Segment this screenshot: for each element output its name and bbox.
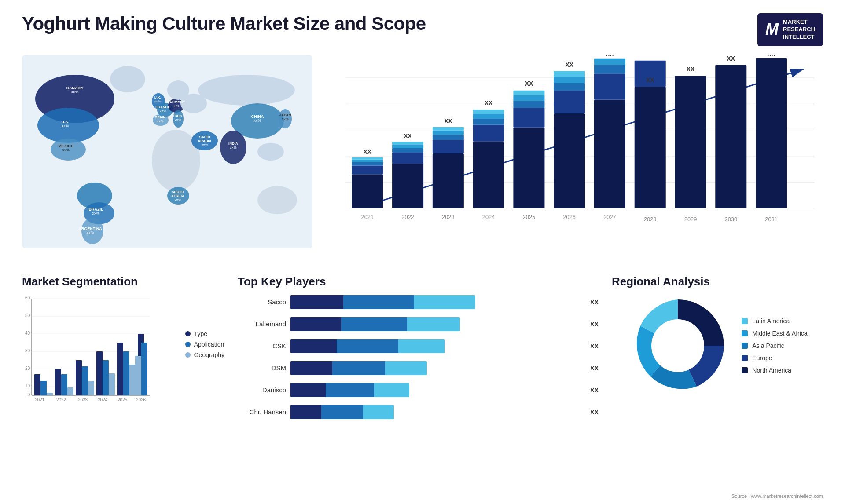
svg-rect-120: [756, 58, 787, 208]
svg-text:XX: XX: [525, 80, 533, 87]
svg-rect-73: [392, 148, 423, 153]
asia-pacific-color: [742, 343, 748, 349]
legend-type: Type: [185, 330, 224, 337]
header: Yoghurt Making Culture Market Size and S…: [22, 13, 823, 46]
svg-text:SAUDI: SAUDI: [199, 135, 210, 139]
svg-text:XX: XX: [364, 148, 372, 155]
europe-color: [742, 355, 748, 361]
latin-america-color: [742, 318, 748, 324]
north-america-label: North America: [752, 367, 791, 374]
player-danisco: Danisco XX: [238, 383, 599, 397]
svg-text:SOUTH: SOUTH: [172, 190, 184, 194]
svg-rect-81: [433, 130, 464, 135]
svg-text:2031: 2031: [765, 216, 778, 223]
svg-text:ITALY: ITALY: [173, 114, 183, 118]
svg-rect-102: [554, 77, 585, 83]
svg-rect-153: [123, 351, 129, 395]
svg-rect-66: [352, 162, 383, 165]
svg-text:2025: 2025: [118, 398, 128, 401]
svg-text:2024: 2024: [482, 214, 495, 220]
svg-text:xx%: xx%: [230, 146, 236, 150]
svg-text:U.K.: U.K.: [154, 95, 161, 99]
svg-rect-82: [433, 127, 464, 130]
svg-text:2025: 2025: [523, 214, 536, 220]
players-section: Top Key Players Sacco XX: [238, 275, 599, 427]
geography-color: [185, 352, 191, 358]
application-label: Application: [194, 341, 224, 348]
svg-rect-116: [635, 87, 666, 208]
svg-point-18: [198, 75, 295, 106]
svg-rect-119: [715, 65, 746, 208]
svg-text:xx%: xx%: [62, 148, 70, 152]
player-bar-hansen: [290, 405, 394, 419]
latin-america-label: Latin America: [752, 318, 790, 325]
player-val-sacco: XX: [590, 299, 599, 306]
type-label: Type: [194, 330, 207, 337]
svg-rect-80: [433, 135, 464, 140]
middle-east-label: Middle East & Africa: [752, 330, 807, 337]
legend-application: Application: [185, 341, 224, 348]
svg-rect-93: [513, 108, 544, 127]
svg-rect-87: [473, 119, 504, 125]
svg-text:xx%: xx%: [86, 230, 94, 235]
svg-point-165: [651, 319, 704, 372]
svg-text:2023: 2023: [78, 398, 88, 401]
svg-text:xx%: xx%: [254, 118, 261, 123]
svg-text:60: 60: [25, 296, 30, 300]
svg-rect-108: [594, 65, 625, 73]
svg-text:XX: XX: [444, 117, 452, 124]
player-bar-sacco: [290, 295, 475, 309]
regional-section: Regional Analysis: [612, 275, 823, 427]
source-text: Source : www.marketresearchintellect.com: [731, 493, 823, 499]
player-name-csk: CSK: [238, 342, 286, 350]
svg-text:2023: 2023: [442, 214, 455, 220]
application-color: [185, 342, 191, 347]
player-sacco: Sacco XX: [238, 295, 599, 309]
player-val-danisco: XX: [590, 387, 599, 394]
svg-rect-68: [352, 157, 383, 159]
player-val-csk: XX: [590, 343, 599, 350]
svg-text:xx%: xx%: [174, 198, 181, 202]
svg-rect-106: [594, 99, 625, 208]
svg-text:xx%: xx%: [92, 211, 99, 215]
svg-rect-151: [109, 373, 115, 395]
svg-text:xx%: xx%: [174, 118, 181, 122]
svg-text:JAPAN: JAPAN: [279, 113, 291, 117]
svg-text:10: 10: [25, 383, 30, 388]
svg-rect-147: [82, 366, 88, 395]
svg-text:40: 40: [25, 331, 30, 336]
svg-rect-144: [61, 374, 67, 395]
page-container: Yoghurt Making Culture Market Size and S…: [0, 0, 845, 504]
svg-text:2026: 2026: [563, 214, 576, 220]
svg-rect-78: [433, 153, 464, 208]
donut-chart: [627, 295, 728, 396]
bar-chart-section: XX 2021 XX 2022 XX: [321, 55, 823, 266]
player-dsm: DSM XX: [238, 361, 599, 375]
north-america-color: [742, 367, 748, 373]
svg-text:xx%: xx%: [201, 143, 208, 147]
svg-text:xx%: xx%: [61, 124, 69, 128]
svg-rect-71: [392, 164, 423, 208]
svg-text:ARABIA: ARABIA: [198, 139, 211, 143]
segmentation-legend: Type Application Geography: [185, 330, 224, 402]
svg-text:FRANCE: FRANCE: [155, 105, 170, 109]
svg-rect-65: [352, 165, 383, 174]
player-hansen: Chr. Hansen XX: [238, 405, 599, 419]
regional-legend: Latin America Middle East & Africa Asia …: [742, 318, 807, 374]
segmentation-title: Market Segmentation: [22, 275, 224, 289]
svg-text:xx%: xx%: [157, 119, 163, 123]
player-val-dsm: XX: [590, 365, 599, 372]
svg-rect-89: [473, 110, 504, 114]
svg-text:XX: XX: [687, 66, 695, 73]
svg-text:XX: XX: [767, 55, 775, 58]
players-list: Sacco XX Lallemand: [238, 295, 599, 419]
svg-text:GERMANY: GERMANY: [167, 100, 186, 104]
svg-text:INDIA: INDIA: [228, 142, 238, 146]
svg-text:XX: XX: [565, 61, 573, 68]
players-title: Top Key Players: [238, 275, 599, 289]
player-name-lallemand: Lallemand: [238, 320, 286, 328]
svg-rect-118: [675, 76, 706, 208]
player-name-hansen: Chr. Hansen: [238, 408, 286, 416]
svg-rect-86: [473, 124, 504, 141]
svg-rect-88: [473, 114, 504, 119]
